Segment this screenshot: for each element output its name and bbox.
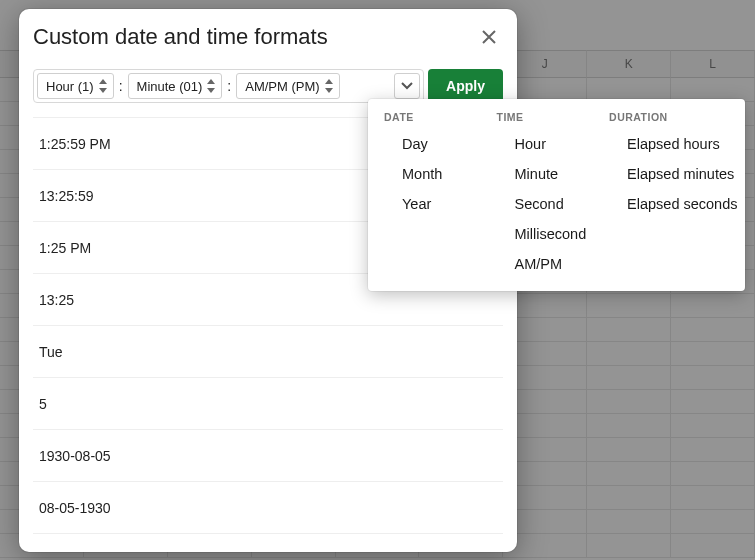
dropdown-item[interactable]: Day xyxy=(368,129,481,159)
dialog-header: Custom date and time formats xyxy=(19,9,517,57)
add-token-dropdown-trigger[interactable] xyxy=(394,73,420,99)
format-sample[interactable]: 1930-08-05 xyxy=(33,430,503,482)
token-minute[interactable]: Minute (01) xyxy=(128,73,223,99)
token-separator: : xyxy=(117,78,125,94)
dropdown-item[interactable]: Elapsed minutes xyxy=(593,159,745,189)
format-sample[interactable]: 5 xyxy=(33,378,503,430)
token-ampm[interactable]: AM/PM (PM) xyxy=(236,73,339,99)
dropdown-item[interactable]: Elapsed seconds xyxy=(593,189,745,219)
apply-button[interactable]: Apply xyxy=(428,69,503,103)
dropdown-item[interactable]: Hour xyxy=(481,129,594,159)
dropdown-column: DATEDayMonthYear xyxy=(368,107,481,279)
format-sample[interactable]: 08-05-1930 xyxy=(33,482,503,534)
token-separator: : xyxy=(225,78,233,94)
dropdown-column: DURATIONElapsed hoursElapsed minutesElap… xyxy=(593,107,745,279)
dropdown-column-header: TIME xyxy=(481,107,594,129)
close-button[interactable] xyxy=(475,23,503,51)
format-token-row[interactable]: Hour (1) : Minute (01) : AM/PM (PM) xyxy=(33,69,424,103)
dropdown-column-header: DATE xyxy=(368,107,481,129)
updown-icon xyxy=(207,79,215,93)
add-token-dropdown: DATEDayMonthYearTIMEHourMinuteSecondMill… xyxy=(368,99,745,291)
token-hour[interactable]: Hour (1) xyxy=(37,73,114,99)
updown-icon xyxy=(99,79,107,93)
chevron-down-icon xyxy=(401,82,413,90)
dropdown-column-header: DURATION xyxy=(593,107,745,129)
dropdown-item[interactable]: Elapsed hours xyxy=(593,129,745,159)
dropdown-column: TIMEHourMinuteSecondMillisecondAM/PM xyxy=(481,107,594,279)
dropdown-item[interactable]: Second xyxy=(481,189,594,219)
dropdown-item[interactable]: Minute xyxy=(481,159,594,189)
dropdown-item[interactable]: Month xyxy=(368,159,481,189)
dropdown-item[interactable]: Year xyxy=(368,189,481,219)
token-ampm-label: AM/PM (PM) xyxy=(245,79,319,94)
close-icon xyxy=(482,30,496,44)
format-sample[interactable]: Tue xyxy=(33,326,503,378)
token-minute-label: Minute (01) xyxy=(137,79,203,94)
dropdown-item[interactable]: Millisecond xyxy=(481,219,594,249)
token-hour-label: Hour (1) xyxy=(46,79,94,94)
dialog-title: Custom date and time formats xyxy=(33,24,475,50)
updown-icon xyxy=(325,79,333,93)
dropdown-item[interactable]: AM/PM xyxy=(481,249,594,279)
